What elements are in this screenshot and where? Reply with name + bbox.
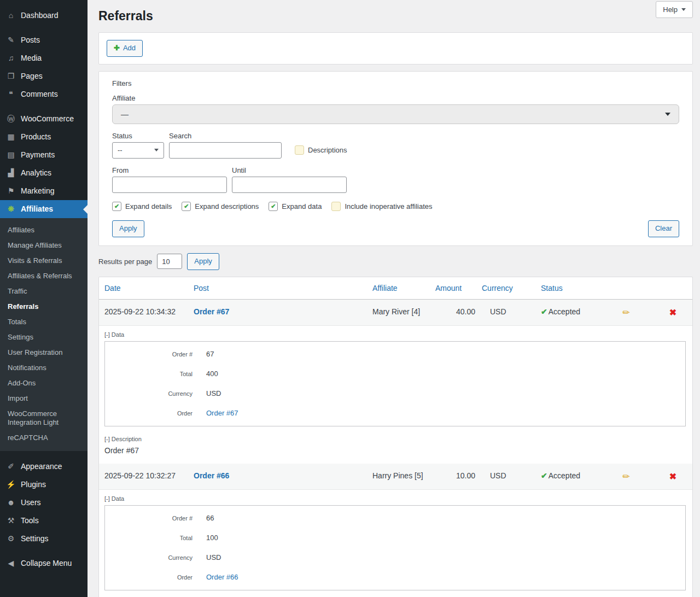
filters-buttons-row: Apply Clear [112,220,679,237]
sidebar-item-label: Pages [21,72,43,81]
sidebar-item-analytics[interactable]: ▟ Analytics [0,164,88,182]
description-toggle[interactable]: [-] Description [104,436,686,442]
search-label: Search [169,132,282,140]
clear-filters-button[interactable]: Clear [648,220,679,237]
sidebar-item-posts[interactable]: ✎ Posts [0,31,88,49]
search-field: Search [169,124,282,159]
edit-icon[interactable]: ✏ [622,472,629,481]
sidebar-item-label: WooCommerce [21,114,74,124]
column-header-edit [600,277,647,299]
affiliate-select[interactable]: — [112,104,679,124]
delete-icon[interactable]: ✖ [669,472,676,481]
submenu-item-visits-referrals[interactable]: Visits & Referrals [0,253,88,268]
data-field-key: Total [105,371,192,377]
page: ⌂ Dashboard ✎ Posts ♫ Media ❐ Pages ❝ Co… [0,0,700,597]
submenu-item-manage-affiliates[interactable]: Manage Affiliates [0,238,88,253]
data-toggle[interactable]: [-] Data [104,331,686,338]
expand-data-checkbox[interactable] [269,202,278,211]
submenu-item-referrals[interactable]: Referrals [0,299,88,314]
row-detail: [-] Data Order # 67 Total 400 Currency U… [99,331,692,464]
chevron-down-icon [681,8,686,11]
sidebar-item-payments[interactable]: ▤ Payments [0,146,88,164]
sidebar-item-woocommerce[interactable]: Ⓦ WooCommerce [0,110,88,128]
include-inoperative-checkbox[interactable] [331,202,341,211]
column-header-affiliate[interactable]: Affiliate [367,277,430,299]
until-date-input[interactable] [232,177,347,193]
submenu-item-recaptcha[interactable]: reCAPTCHA [0,430,88,446]
submenu-item-settings[interactable]: Settings [0,330,88,345]
sidebar-item-label: Comments [21,90,58,99]
collapse-menu-button[interactable]: ◀ Collapse Menu [0,554,88,572]
status-text: Accepted [549,306,580,317]
sidebar-item-appearance[interactable]: ✐ Appearance [0,458,88,476]
column-header-date[interactable]: Date [99,277,188,299]
order-link[interactable]: Order #67 [192,409,685,417]
expand-descriptions-checkbox[interactable] [182,202,191,211]
accepted-check-icon: ✔ [541,470,547,481]
post-link[interactable]: Order #67 [194,307,229,316]
data-field-key: Order [105,410,192,417]
sidebar-item-pages[interactable]: ❐ Pages [0,67,88,85]
sidebar-item-users[interactable]: ☻ Users [0,494,88,512]
submenu-item-notifications[interactable]: Notifications [0,360,88,376]
edit-icon[interactable]: ✏ [622,308,629,317]
sidebar-item-label: Products [21,132,51,142]
submenu-item-traffic[interactable]: Traffic [0,284,88,299]
submenu-item-affiliates[interactable]: Affiliates [0,223,88,238]
sidebar-item-plugins[interactable]: ⚡ Plugins [0,476,88,494]
data-field: Currency USD [105,384,685,403]
woocommerce-icon: Ⓦ [6,114,16,124]
users-icon: ☻ [6,498,16,507]
data-field-key: Order [105,574,192,581]
order-link[interactable]: Order #66 [192,573,685,581]
sidebar-item-comments[interactable]: ❝ Comments [0,85,88,103]
data-field-key: Order # [105,351,192,358]
expand-details-checkbox[interactable] [112,202,121,211]
column-header-amount[interactable]: Amount [430,277,476,299]
status-select[interactable]: -- [112,142,164,159]
submenu-item-import[interactable]: Import [0,391,88,406]
include-inoperative-label: Include inoperative affiliates [345,202,432,210]
apply-per-page-button[interactable]: Apply [187,253,219,270]
post-link[interactable]: Order #66 [194,471,229,480]
submenu-item-woocommerce-integration[interactable]: WooCommerce Integration Light [0,406,88,430]
submenu-item-user-registration[interactable]: User Registration [0,345,88,360]
sidebar-item-label: Payments [21,150,55,160]
sidebar-item-media[interactable]: ♫ Media [0,49,88,67]
column-header-currency[interactable]: Currency [476,277,535,299]
affiliate-select-value: — [121,110,129,119]
delete-icon[interactable]: ✖ [669,308,676,317]
sidebar-item-settings[interactable]: ⚙ Settings [0,530,88,548]
filters-panel: Filters Affiliate — Status -- Search [98,71,693,246]
submenu-item-affiliates-referrals[interactable]: Affiliates & Referrals [0,268,88,284]
results-per-page-input[interactable] [157,254,182,269]
filters-title: Filters [112,78,679,87]
status-select-value: -- [118,146,122,154]
analytics-icon: ▟ [6,168,16,178]
from-date-input[interactable] [112,177,227,193]
media-icon: ♫ [6,54,16,63]
descriptions-checkbox[interactable] [295,145,304,155]
chevron-down-icon [665,113,670,116]
add-button[interactable]: ✚ Add [107,40,143,57]
column-header-post[interactable]: Post [188,277,367,299]
sidebar-item-marketing[interactable]: ⚑ Marketing [0,182,88,200]
sidebar-item-label: Tools [21,516,39,525]
column-header-status[interactable]: Status [535,277,600,299]
submenu-item-add-ons[interactable]: Add-Ons [0,376,88,391]
sidebar-item-dashboard[interactable]: ⌂ Dashboard [0,7,88,25]
data-field-key: Order # [105,515,192,522]
search-input[interactable] [169,142,282,159]
expand-data-row: Expand data [269,202,322,211]
apply-filters-button[interactable]: Apply [112,220,144,237]
submenu-item-totals[interactable]: Totals [0,314,88,330]
sidebar-item-products[interactable]: ▦ Products [0,128,88,146]
data-toggle[interactable]: [-] Data [104,495,686,502]
help-button[interactable]: Help [656,1,693,18]
affiliates-icon: ❋ [6,204,16,214]
results-per-page-row: Results per page Apply [98,253,693,270]
referral-date: 2025-09-22 10:34:32 [99,300,188,324]
status-cell: ✔ Accepted [535,464,600,488]
sidebar-item-tools[interactable]: ⚒ Tools [0,512,88,530]
sidebar-item-affiliates[interactable]: ❋ Affiliates [0,200,88,218]
